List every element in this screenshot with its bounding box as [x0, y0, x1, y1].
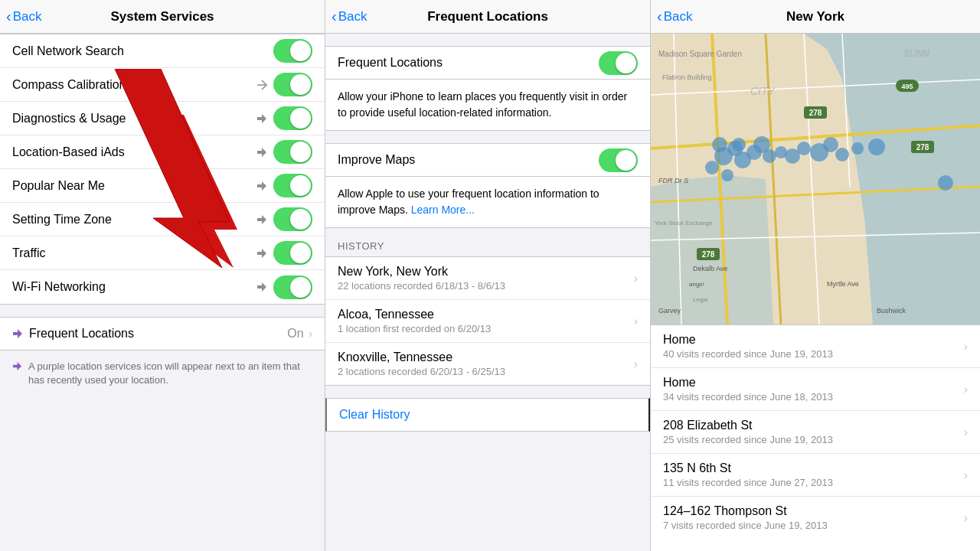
- ny-location-name: 124–162 Thompson St: [663, 504, 964, 518]
- svg-text:York Stock Exchange: York Stock Exchange: [655, 220, 713, 227]
- chevron-right-icon: ›: [964, 340, 968, 354]
- wifi-networking-row[interactable]: Wi-Fi Networking: [0, 270, 325, 304]
- svg-point-45: [851, 142, 864, 155]
- ny-location-elizabeth[interactable]: 208 Elizabeth St 25 visits recorded sinc…: [651, 411, 980, 454]
- history-item-knoxville[interactable]: Knoxville, Tennessee 2 locations recorde…: [325, 343, 650, 386]
- diagnostics-toggle[interactable]: [273, 106, 312, 130]
- ny-location-home-2[interactable]: Home 34 visits recorded since June 18, 2…: [651, 368, 980, 411]
- purple-location-arrow-icon: [12, 328, 23, 339]
- location-arrow-icon: [256, 181, 267, 191]
- improve-maps-row[interactable]: Improve Maps: [325, 143, 650, 177]
- ny-location-n6th[interactable]: 135 N 6th St 11 visits recorded since Ju…: [651, 454, 980, 497]
- chevron-right-icon: ›: [634, 357, 638, 371]
- wifi-networking-label: Wi-Fi Networking: [12, 280, 256, 294]
- toggle-knob: [290, 209, 311, 230]
- ny-location-thompson[interactable]: 124–162 Thompson St 7 visits recorded si…: [651, 497, 980, 539]
- svg-point-36: [712, 137, 727, 152]
- svg-text:Myrtle Ave: Myrtle Ave: [827, 280, 859, 288]
- ny-location-info: Home 34 visits recorded since June 18, 2…: [663, 376, 964, 403]
- popular-near-me-row[interactable]: Popular Near Me: [0, 169, 325, 203]
- new-york-back-button[interactable]: ‹ Back: [657, 8, 692, 25]
- settings-group-main: Cell Network Search Compass Calibration …: [0, 34, 325, 305]
- history-item-new-york[interactable]: New York, New York 22 locations recorded…: [325, 256, 650, 300]
- location-arrow-icon: [256, 113, 267, 124]
- wifi-networking-toggle[interactable]: [273, 276, 312, 299]
- system-services-list: Cell Network Search Compass Calibration …: [0, 34, 325, 551]
- frequent-locations-main-toggle[interactable]: [599, 51, 638, 75]
- svg-point-38: [753, 136, 770, 153]
- frequent-locations-label: Frequent Locations: [29, 327, 287, 341]
- chevron-right-icon: ›: [964, 468, 968, 482]
- clear-history-button[interactable]: Clear History: [325, 398, 650, 432]
- frequent-locations-toggle-row[interactable]: Frequent Locations: [325, 46, 650, 80]
- frequent-locations-back-button[interactable]: ‹ Back: [332, 8, 367, 25]
- svg-text:495: 495: [901, 83, 913, 90]
- popular-near-me-label: Popular Near Me: [12, 179, 256, 193]
- cell-network-search-label: Cell Network Search: [12, 44, 273, 58]
- frequent-locations-section: Frequent Locations On ›: [0, 317, 325, 350]
- toggle-knob: [290, 175, 311, 196]
- compass-calibration-row[interactable]: Compass Calibration: [0, 68, 325, 102]
- location-info: Alcoa, Tennessee 1 location first record…: [338, 308, 634, 334]
- traffic-row[interactable]: Traffic: [0, 236, 325, 270]
- back-chevron-icon: ‹: [6, 8, 11, 25]
- ny-location-home-1[interactable]: Home 40 visits recorded since June 19, 2…: [651, 325, 980, 368]
- toggle-knob: [616, 150, 636, 171]
- svg-marker-1: [257, 148, 266, 157]
- svg-text:Bushwick: Bushwick: [877, 307, 906, 315]
- history-item-alcoa[interactable]: Alcoa, Tennessee 1 location first record…: [325, 300, 650, 343]
- setting-time-zone-row[interactable]: Setting Time Zone: [0, 203, 325, 236]
- compass-calibration-toggle[interactable]: [273, 73, 312, 96]
- svg-point-34: [732, 138, 746, 152]
- svg-text:SUNN: SUNN: [903, 48, 929, 59]
- new-york-nav: ‹ Back New York: [651, 0, 980, 34]
- ny-location-visits: 40 visits recorded since June 19, 2013: [663, 348, 964, 360]
- toggle-knob: [616, 53, 636, 73]
- popular-near-me-toggle[interactable]: [273, 174, 312, 197]
- location-arrow-icon: [256, 248, 267, 259]
- chevron-right-icon: ›: [634, 315, 638, 328]
- history-header: HISTORY: [325, 228, 650, 256]
- setting-time-zone-label: Setting Time Zone: [12, 213, 256, 227]
- svg-text:ange!: ange!: [689, 281, 704, 288]
- ny-location-name: 208 Elizabeth St: [663, 419, 964, 432]
- toggle-knob: [290, 243, 311, 263]
- new-york-map[interactable]: 278 278 278 495: [651, 34, 980, 324]
- ny-location-visits: 11 visits recorded since June 27, 2013: [663, 477, 964, 488]
- traffic-toggle[interactable]: [273, 241, 312, 265]
- ny-location-visits: 7 visits recorded since June 19, 2013: [663, 520, 964, 531]
- svg-text:Dekalb Ave: Dekalb Ave: [693, 265, 727, 272]
- improve-maps-toggle[interactable]: [599, 148, 638, 172]
- improve-maps-label: Improve Maps: [338, 153, 599, 167]
- location-arrow-icon: [256, 282, 267, 292]
- ny-location-visits: 34 visits recorded since June 18, 2013: [663, 391, 964, 403]
- learn-more-link[interactable]: Learn More...: [411, 204, 475, 216]
- setting-time-zone-toggle[interactable]: [273, 207, 312, 231]
- location-based-iads-row[interactable]: Location-Based iAds: [0, 135, 325, 169]
- back-label: Back: [13, 9, 42, 24]
- footer-location-icon: [12, 361, 22, 371]
- location-arrow-icon: [256, 147, 267, 158]
- frequent-locations-row[interactable]: Frequent Locations On ›: [0, 317, 325, 350]
- svg-point-47: [938, 175, 953, 191]
- chevron-right-icon: ›: [634, 272, 638, 285]
- svg-marker-3: [257, 215, 266, 224]
- back-label: Back: [338, 9, 368, 24]
- svg-marker-6: [13, 329, 22, 338]
- location-iads-toggle[interactable]: [273, 140, 312, 164]
- cell-network-search-row[interactable]: Cell Network Search: [0, 34, 325, 68]
- cell-network-search-toggle[interactable]: [273, 39, 312, 63]
- location-arrow-icon: [256, 214, 267, 225]
- new-york-title: New York: [786, 9, 844, 24]
- ny-location-info: 135 N 6th St 11 visits recorded since Ju…: [663, 461, 964, 488]
- back-chevron-icon: ‹: [332, 8, 337, 25]
- system-services-title: System Services: [110, 9, 214, 24]
- svg-marker-0: [257, 114, 266, 123]
- location-name: Alcoa, Tennessee: [338, 308, 634, 321]
- system-services-back-button[interactable]: ‹ Back: [6, 8, 41, 25]
- diagnostics-usage-row[interactable]: Diagnostics & Usage: [0, 102, 325, 135]
- svg-text:FDR Dr S: FDR Dr S: [658, 177, 688, 184]
- chevron-right-icon: ›: [964, 425, 968, 439]
- toggle-knob: [290, 74, 311, 95]
- svg-point-46: [868, 139, 885, 155]
